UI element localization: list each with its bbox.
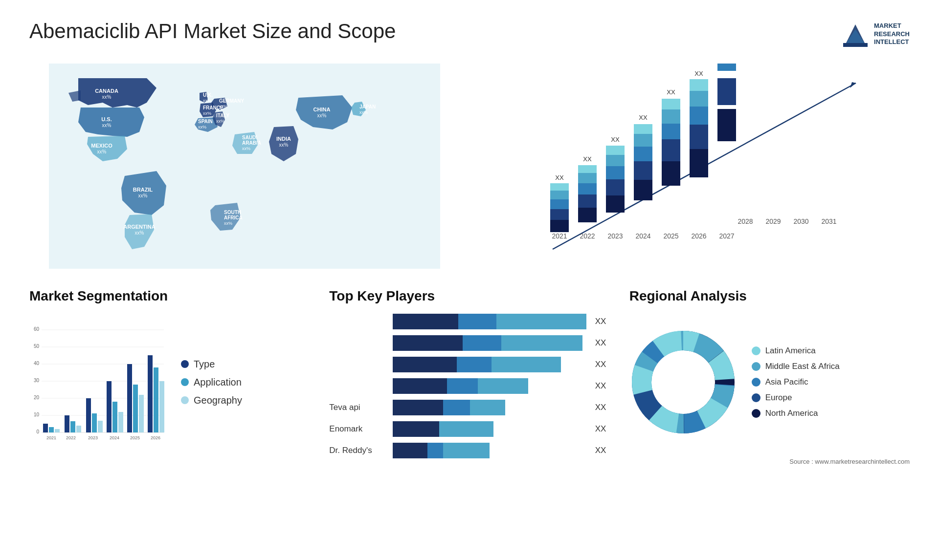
svg-text:JAPAN: JAPAN xyxy=(359,104,376,109)
svg-text:XX: XX xyxy=(667,88,675,96)
svg-text:2026: 2026 xyxy=(691,232,706,240)
svg-text:10: 10 xyxy=(34,412,40,417)
logo-line1: MARKET xyxy=(874,22,910,30)
player-row-3: XX xyxy=(329,357,609,372)
svg-rect-42 xyxy=(550,183,569,191)
svg-text:60: 60 xyxy=(34,326,40,332)
svg-rect-67 xyxy=(662,139,680,161)
svg-marker-37 xyxy=(850,82,856,88)
svg-text:40: 40 xyxy=(34,361,40,366)
svg-rect-2 xyxy=(843,43,868,47)
segmentation-legend: Type Application Geography xyxy=(181,359,242,406)
svg-rect-60 xyxy=(634,161,652,180)
svg-rect-68 xyxy=(662,124,680,139)
key-players-title: Top Key Players xyxy=(329,288,609,304)
mea-dot xyxy=(752,362,760,371)
svg-rect-123 xyxy=(139,395,144,432)
svg-rect-66 xyxy=(662,161,680,186)
player-row-teva: Teva api XX xyxy=(329,400,609,415)
svg-rect-59 xyxy=(634,180,652,200)
svg-rect-47 xyxy=(578,183,597,194)
svg-text:XX: XX xyxy=(555,174,564,181)
svg-text:XX: XX xyxy=(583,155,592,163)
svg-text:xx%: xx% xyxy=(219,104,227,109)
svg-rect-77 xyxy=(690,79,708,91)
player-xx-1: XX xyxy=(595,317,610,326)
na-dot xyxy=(752,409,760,418)
player-row-enomark: Enomark XX xyxy=(329,421,609,437)
svg-rect-73 xyxy=(690,149,708,177)
svg-text:xx%: xx% xyxy=(317,113,327,118)
bottom-grid: Market Segmentation 0 10 20 30 40 50 60 xyxy=(29,288,910,465)
player-bar-teva xyxy=(393,400,586,415)
player-row-reddy: Dr. Reddy's XX xyxy=(329,443,609,458)
svg-text:xx%: xx% xyxy=(135,230,144,236)
reg-legend-na: North America xyxy=(752,409,840,418)
svg-rect-118 xyxy=(112,402,117,432)
reg-legend-mea: Middle East & Africa xyxy=(752,362,840,371)
world-map: CANADA xx% U.S. xx% MEXICO xx% BRAZIL xx… xyxy=(29,64,460,269)
svg-text:AFRICA: AFRICA xyxy=(224,215,243,220)
svg-marker-1 xyxy=(846,29,865,44)
svg-rect-40 xyxy=(550,199,569,209)
svg-text:INDIA: INDIA xyxy=(276,136,291,142)
reg-legend-apac: Asia Pacific xyxy=(752,377,840,387)
svg-text:0: 0 xyxy=(36,429,39,434)
svg-rect-63 xyxy=(634,124,652,134)
type-dot xyxy=(181,360,189,368)
latin-label: Latin America xyxy=(765,346,816,356)
svg-rect-45 xyxy=(578,208,597,222)
apac-label: Asia Pacific xyxy=(765,377,808,387)
svg-rect-110 xyxy=(70,421,75,432)
svg-text:xx%: xx% xyxy=(242,146,250,151)
svg-text:XX: XX xyxy=(611,136,620,143)
svg-text:2025: 2025 xyxy=(663,232,678,240)
svg-rect-81 xyxy=(717,78,736,105)
svg-text:U.K.: U.K. xyxy=(203,92,213,98)
application-dot xyxy=(181,378,189,386)
svg-text:BRAZIL: BRAZIL xyxy=(133,187,153,193)
player-xx-3: XX xyxy=(595,360,610,369)
player-bar-reddy xyxy=(393,443,586,458)
growth-chart-section: XX 2021 XX 2022 xyxy=(479,64,910,279)
player-row-4: XX xyxy=(329,378,609,394)
segmentation-title: Market Segmentation xyxy=(29,288,310,304)
na-label: North America xyxy=(765,409,818,418)
mea-label: Middle East & Africa xyxy=(765,362,840,371)
key-players-section: Top Key Players XX xyxy=(329,288,609,465)
player-bar-2 xyxy=(393,335,586,351)
svg-text:xx%: xx% xyxy=(203,111,211,116)
legend-application-label: Application xyxy=(194,377,242,388)
svg-rect-127 xyxy=(159,381,164,432)
player-row-2: XX xyxy=(329,335,609,351)
reg-legend-latin: Latin America xyxy=(752,346,840,356)
svg-text:xx%: xx% xyxy=(216,119,224,124)
svg-text:2025: 2025 xyxy=(130,435,140,440)
player-name-reddy: Dr. Reddy's xyxy=(329,446,388,455)
svg-rect-80 xyxy=(717,109,736,141)
player-xx-enomark: XX xyxy=(595,424,610,434)
player-bar-enomark xyxy=(393,421,586,437)
legend-item-type: Type xyxy=(181,359,242,370)
source-text: Source : www.marketresearchintellect.com xyxy=(629,458,910,465)
svg-rect-82 xyxy=(717,64,736,71)
logo-icon xyxy=(841,20,870,49)
logo-container: MARKET RESEARCH INTELLECT xyxy=(841,20,910,49)
growth-chart: XX 2021 XX 2022 xyxy=(479,64,910,269)
segmentation-chart: 0 10 20 30 40 50 60 xyxy=(29,321,166,443)
svg-text:ARGENTINA: ARGENTINA xyxy=(123,224,155,230)
logo-line2: RESEARCH xyxy=(874,30,910,39)
europe-dot xyxy=(752,393,760,402)
europe-label: Europe xyxy=(765,393,792,403)
player-xx-teva: XX xyxy=(595,403,610,412)
svg-rect-39 xyxy=(550,209,569,220)
segmentation-section: Market Segmentation 0 10 20 30 40 50 60 xyxy=(29,288,310,465)
svg-rect-117 xyxy=(107,381,112,432)
svg-rect-53 xyxy=(606,179,625,195)
reg-legend-europe: Europe xyxy=(752,393,840,403)
svg-text:XX: XX xyxy=(694,70,703,77)
svg-text:2028: 2028 xyxy=(738,217,753,225)
svg-text:2026: 2026 xyxy=(151,435,160,440)
svg-rect-55 xyxy=(606,155,625,166)
latin-dot xyxy=(752,346,760,355)
